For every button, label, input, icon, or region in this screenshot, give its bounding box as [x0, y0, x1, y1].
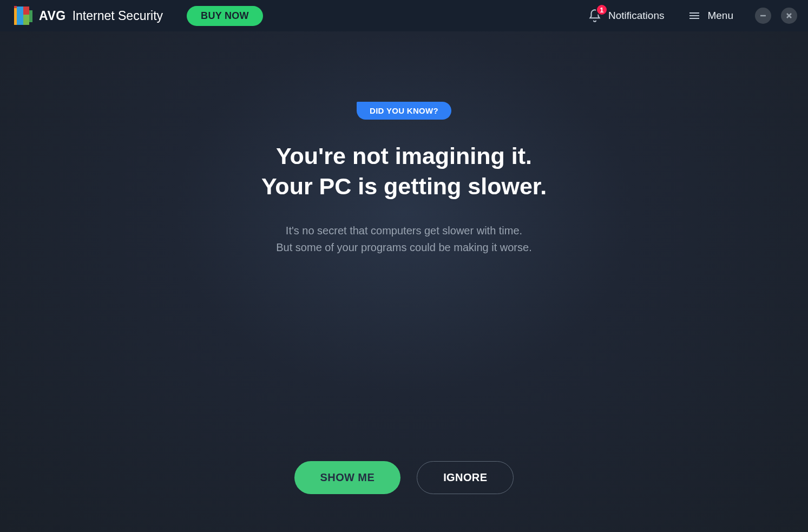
- menu-label: Menu: [707, 10, 733, 22]
- ignore-button[interactable]: IGNORE: [417, 461, 514, 494]
- notifications-label: Notifications: [608, 10, 665, 22]
- close-button[interactable]: [781, 8, 797, 24]
- app-logo: AVG Internet Security: [13, 5, 163, 27]
- main-content: DID YOU KNOW? You're not imagining it. Y…: [0, 31, 808, 532]
- headline-line-1: You're not imagining it.: [261, 141, 547, 172]
- brand-text: AVG: [39, 9, 66, 23]
- minimize-button[interactable]: [755, 8, 771, 24]
- notifications-button[interactable]: 1 Notifications: [588, 9, 665, 23]
- svg-rect-5: [29, 10, 32, 22]
- subtext-line-2: But some of your programs could be makin…: [276, 239, 531, 256]
- subtext: It's no secret that computers get slower…: [276, 222, 531, 256]
- action-row: SHOW ME IGNORE: [294, 461, 514, 494]
- titlebar: AVG Internet Security BUY NOW 1 Notifica…: [0, 0, 808, 31]
- svg-rect-0: [14, 8, 17, 25]
- headline-line-2: Your PC is getting slower.: [261, 172, 547, 202]
- svg-rect-3: [23, 6, 29, 15]
- headline: You're not imagining it. Your PC is gett…: [261, 141, 547, 202]
- minimize-icon: [759, 12, 767, 19]
- did-you-know-pill: DID YOU KNOW?: [357, 102, 451, 120]
- svg-rect-4: [23, 15, 29, 25]
- subtext-line-1: It's no secret that computers get slower…: [276, 222, 531, 239]
- svg-rect-2: [17, 6, 23, 25]
- hamburger-icon: [688, 9, 701, 22]
- avg-logo-icon: [13, 5, 35, 27]
- buy-now-button[interactable]: BUY NOW: [187, 6, 263, 26]
- notification-badge: 1: [596, 4, 608, 16]
- menu-button[interactable]: Menu: [688, 9, 733, 22]
- close-icon: [785, 12, 793, 19]
- product-name: Internet Security: [73, 9, 163, 23]
- bell-container: 1: [588, 9, 602, 23]
- show-me-button[interactable]: SHOW ME: [294, 461, 401, 494]
- svg-rect-1: [14, 6, 17, 8]
